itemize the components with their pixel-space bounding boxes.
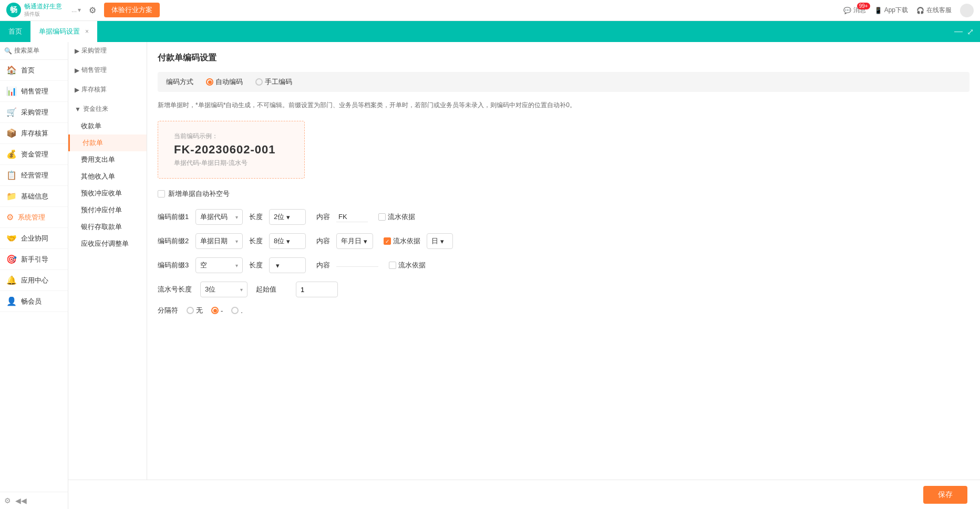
sub-group-sales-label: 销售管理	[81, 66, 107, 75]
content2-select[interactable]: 年月日 ▾	[336, 233, 373, 249]
serial-length-value: 3位	[205, 285, 215, 294]
config-row-3: 编码前缀3 空 ▾ 长度 ▾ 内容 流水依据	[158, 257, 969, 273]
sidebar-item-guide[interactable]: 🎯 新手引导	[0, 249, 68, 270]
online-service-label: 在线客服	[926, 6, 952, 15]
sidebar-item-home[interactable]: 🏠 首页	[0, 60, 68, 81]
sub-group-fund-arrow: ▼	[75, 106, 81, 113]
save-button[interactable]: 保存	[923, 486, 967, 504]
radio-auto-encode[interactable]: 自动编码	[206, 77, 243, 87]
online-service-area[interactable]: 🎧 在线客服	[916, 6, 952, 15]
app-download-area[interactable]: 📱 App下载	[874, 6, 908, 15]
sub-item-payment[interactable]: 付款单	[68, 134, 147, 151]
sep-option-dot[interactable]: .	[231, 307, 243, 315]
prefix2-select[interactable]: 单据日期 ▾	[195, 233, 243, 249]
radio-auto-circle	[206, 78, 213, 86]
sidebar-collapse-btn[interactable]: ◀◀	[15, 496, 27, 505]
content2-value: 年月日	[341, 236, 362, 246]
message-area[interactable]: 💬 消息 99+	[843, 6, 866, 15]
length1-value: 2位	[274, 212, 284, 222]
trial-button[interactable]: 体验行业方案	[104, 3, 160, 17]
sidebar-settings-btn[interactable]: ⚙	[4, 496, 11, 505]
sep-option-none[interactable]: 无	[187, 306, 203, 315]
hint-text: 新增单据时，*单据编码*自动生成，不可编辑。前缀设置为部门、业务员等档案类，开单…	[158, 100, 969, 110]
length3-label: 长度	[249, 261, 263, 270]
sub-group-inventory-arrow: ▶	[75, 86, 79, 94]
sidebar-bottom: ⚙ ◀◀	[0, 492, 68, 509]
length2-select[interactable]: 8位 ▾	[269, 233, 306, 249]
sub-item-other-income[interactable]: 其他收入单	[68, 168, 147, 185]
logo-icon: 畅	[6, 3, 21, 17]
code-example-box: 当前编码示例： FK-20230602-001 单据代码-单据日期-流水号	[158, 121, 305, 179]
sub-group-sales-arrow: ▶	[75, 67, 79, 74]
prefix1-select[interactable]: 单据代码 ▾	[195, 209, 243, 225]
sub-group-fund-title[interactable]: ▼ 资金往来	[68, 100, 147, 118]
sidebar-item-purchase[interactable]: 🛒 采购管理	[0, 102, 68, 123]
prefix3-select[interactable]: 空 ▾	[195, 257, 243, 273]
sep-dot-circle	[231, 307, 239, 314]
content1-value: FK	[336, 212, 368, 222]
prefix1-label: 编码前缀1	[158, 212, 189, 222]
sidebar-item-enterprise[interactable]: 🤝 企业协同	[0, 228, 68, 249]
logo: 畅 畅通道好生意 插件版	[6, 3, 62, 17]
code-example-desc: 单据代码-单据日期-流水号	[174, 159, 288, 168]
sub-item-prepaid-receivable[interactable]: 预收冲应收单	[68, 185, 147, 202]
sep-option-dash[interactable]: -	[211, 307, 223, 315]
prefix1-value: 单据代码	[200, 212, 228, 222]
sidebar-item-appstore[interactable]: 🔔 应用中心	[0, 270, 68, 291]
start-value-input[interactable]	[296, 282, 338, 297]
sep-none-circle	[187, 307, 194, 314]
separator-row: 分隔符 无 - .	[158, 306, 969, 315]
sidebar-item-member[interactable]: 👤 畅会员	[0, 291, 68, 312]
page-title: 付款单编码设置	[158, 53, 969, 64]
sidebar-item-inventory[interactable]: 📦 库存核算	[0, 123, 68, 144]
serial-length-select[interactable]: 3位 ▾	[200, 282, 247, 297]
sidebar-enterprise-label: 企业协同	[21, 234, 48, 243]
stream2-select[interactable]: 日 ▾	[427, 233, 453, 249]
sub-group-inventory-title[interactable]: ▶ 库存核算	[68, 81, 147, 98]
operation-icon: 📋	[6, 170, 17, 180]
sidebar-home-label: 首页	[21, 66, 35, 75]
tab-home[interactable]: 首页	[0, 21, 30, 42]
user-avatar[interactable]	[960, 4, 974, 17]
sidebar-item-operation[interactable]: 📋 经营管理	[0, 165, 68, 186]
tab-encode-label: 单据编码设置	[39, 27, 80, 36]
sub-group-purchase-title[interactable]: ▶ 采购管理	[68, 42, 147, 59]
breadcrumb-text: ...	[71, 6, 77, 14]
breadcrumb-dropdown[interactable]: ... ▾	[71, 6, 81, 14]
sub-item-expense[interactable]: 费用支出单	[68, 151, 147, 168]
length1-select[interactable]: 2位 ▾	[269, 209, 306, 225]
auto-fill-label: 新增单据自动补空号	[168, 189, 230, 199]
settings-icon[interactable]: ⚙	[85, 3, 100, 17]
stream1-check-box	[378, 213, 386, 221]
auto-fill-row[interactable]: 新增单据自动补空号	[158, 189, 969, 199]
stream2-checkbox[interactable]: 流水依据	[384, 236, 420, 246]
minimize-icon[interactable]: —	[954, 27, 963, 36]
length3-select[interactable]: ▾	[269, 257, 306, 273]
stream2-label: 流水依据	[393, 236, 420, 246]
sub-group-sales-title[interactable]: ▶ 销售管理	[68, 61, 147, 79]
logo-text-area: 畅通道好生意 插件版	[24, 3, 62, 17]
sub-item-bank[interactable]: 银行存取款单	[68, 219, 147, 235]
top-bar-left: 畅 畅通道好生意 插件版 ... ▾ ⚙ 体验行业方案	[6, 3, 843, 17]
sidebar-appstore-label: 应用中心	[21, 276, 48, 285]
stream1-checkbox[interactable]: 流水依据	[378, 212, 415, 222]
sidebar-item-fund[interactable]: 💰 资金管理	[0, 144, 68, 165]
sidebar-item-system[interactable]: ⚙ 系统管理	[0, 207, 68, 228]
sub-item-prepaid-payable[interactable]: 预付冲应付单	[68, 202, 147, 219]
tab-close-icon[interactable]: ×	[85, 28, 89, 35]
serial-length-label: 流水号长度	[158, 285, 192, 294]
tab-encode-setting[interactable]: 单据编码设置 ×	[30, 21, 97, 42]
sidebar-item-basic[interactable]: 📁 基础信息	[0, 186, 68, 207]
content3-label: 内容	[316, 261, 330, 270]
stream3-checkbox[interactable]: 流水依据	[389, 261, 426, 270]
auto-fill-checkbox[interactable]	[158, 190, 165, 198]
maximize-icon[interactable]: ⤢	[967, 27, 974, 37]
config-row-2: 编码前缀2 单据日期 ▾ 长度 8位 ▾ 内容 年月日 ▾ 流水依据 日 ▾	[158, 233, 969, 249]
radio-manual-encode[interactable]: 手工编码	[255, 77, 292, 87]
sub-item-receipt[interactable]: 收款单	[68, 118, 147, 134]
sidebar-search[interactable]: 🔍 搜索菜单	[0, 42, 68, 60]
tab-bar: 首页 单据编码设置 × — ⤢	[0, 21, 980, 42]
sub-item-adjustment[interactable]: 应收应付调整单	[68, 235, 147, 252]
sidebar-item-sales[interactable]: 📊 销售管理	[0, 81, 68, 102]
stream2-check-box	[384, 237, 391, 245]
